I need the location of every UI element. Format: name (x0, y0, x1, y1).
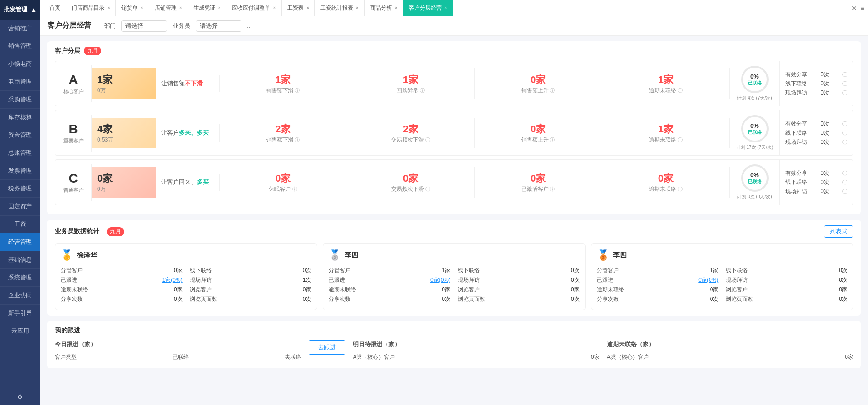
goto-follow-button[interactable]: 去跟进 (309, 340, 345, 355)
tab-close-应收应付调整单[interactable]: × (273, 5, 276, 11)
list-view-button[interactable]: 列表式 (824, 225, 853, 238)
tab-menu-icon[interactable]: ≡ (861, 5, 864, 12)
tier-stat-C-3: 0家逾期未联络 ⓘ (602, 167, 730, 198)
info-icon[interactable]: ⓘ (842, 139, 847, 146)
staff-stat-val[interactable]: 0家(0%) (430, 276, 450, 284)
sidebar-item-税务管理[interactable]: 税务管理 (0, 180, 40, 198)
info-icon[interactable]: ⓘ (842, 179, 847, 186)
sidebar-item-云应用[interactable]: 云应用 (0, 322, 40, 340)
staff-select[interactable]: 请选择 (196, 20, 241, 32)
tier-stat-label: 逾期未联络 ⓘ (649, 185, 683, 193)
dept-select[interactable]: 请选择 (121, 20, 167, 32)
tier-right-row: 线下联络0次 ⓘ (785, 80, 847, 88)
info-icon[interactable]: ⓘ (842, 89, 847, 96)
tab-门店商品目录[interactable]: 门店商品目录× (66, 0, 116, 16)
circle-progress: 0% 已联络 (741, 115, 769, 142)
tab-应收应付调整单[interactable]: 应收应付调整单× (226, 0, 282, 16)
circle-label: 已联络 (748, 129, 762, 136)
content-area: 客户分层 九月 A核心客户1家0万让销售额不下滑1家销售额下滑 ⓘ1家回购异常 … (40, 36, 868, 405)
info-icon[interactable]: ⓘ (425, 186, 430, 193)
info-icon[interactable]: ⓘ (678, 87, 683, 94)
tab-close-生成凭证[interactable]: × (218, 5, 221, 11)
tier-count-num: 1家 (97, 73, 150, 87)
info-icon[interactable]: ⓘ (842, 188, 847, 195)
info-icon[interactable]: ⓘ (842, 71, 847, 78)
tab-close-工资统计报表[interactable]: × (356, 5, 359, 11)
sidebar-item-发票管理[interactable]: 发票管理 (0, 162, 40, 180)
info-icon[interactable]: ⓘ (295, 137, 300, 143)
tier-count-num: 4家 (97, 122, 150, 136)
sidebar-toggle-icon[interactable]: ▲ (31, 6, 37, 13)
info-icon[interactable]: ⓘ (678, 137, 683, 143)
info-icon[interactable]: ⓘ (550, 137, 555, 143)
staff-grid: 🥇徐泽华分管客户0家已跟进1家(0%)逾期未联络0家分享次数0次线下联络0次现场… (55, 243, 853, 310)
staff-stat-val: 0次 (839, 295, 847, 303)
tab-close-icon[interactable]: ✕ (852, 5, 857, 12)
today-follow-col: 今日跟进（家） 客户类型 已联络 去联络 (55, 340, 301, 363)
circle-pct: 0% (750, 172, 759, 179)
sidebar-item-采购管理[interactable]: 采购管理 (0, 91, 40, 109)
sidebar-item-新手引导[interactable]: 新手引导 (0, 305, 40, 322)
sidebar-header[interactable]: 批发管理 ▲ (0, 0, 40, 20)
right-stat-val: 0次 (821, 80, 829, 88)
info-icon[interactable]: ⓘ (420, 87, 425, 94)
sidebar-item-工资[interactable]: 工资 (0, 216, 40, 233)
info-icon[interactable]: ⓘ (295, 87, 300, 94)
tab-首页[interactable]: 首页 (44, 0, 66, 16)
tab-close-门店商品目录[interactable]: × (107, 5, 110, 11)
sidebar-item-营销推广[interactable]: 营销推广 (0, 20, 40, 37)
sidebar-item-经营管理[interactable]: 经营管理 (0, 233, 40, 251)
circle-progress: 0% 已联络 (741, 66, 769, 93)
info-icon[interactable]: ⓘ (842, 170, 847, 177)
tab-close-客户分层经营[interactable]: × (444, 5, 447, 11)
tab-工资表[interactable]: 工资表× (282, 0, 315, 16)
tab-客户分层经营[interactable]: 客户分层经营× (403, 0, 453, 16)
sidebar-item-销售管理[interactable]: 销售管理 (0, 37, 40, 55)
tier-count-block-B: 4家0.53万 (92, 118, 156, 148)
tab-close-工资表[interactable]: × (306, 5, 309, 11)
info-icon[interactable]: ⓘ (842, 121, 847, 127)
sidebar-item-电商管理[interactable]: 电商管理 (0, 73, 40, 91)
sidebar-settings[interactable]: ⚙ (0, 389, 40, 405)
tier-right-row: 有效分享0次 ⓘ (785, 71, 847, 79)
info-icon[interactable]: ⓘ (550, 87, 555, 94)
tier-stat-num: 1家 (658, 73, 674, 87)
staff-card-2: 🥉李四分管客户1家已跟进0家(0%)逾期未联络0家分享次数0次线下联络0次现场拜… (591, 243, 853, 310)
tab-close-店铺管理[interactable]: × (179, 5, 182, 11)
staff-stat-val: 0次 (442, 295, 450, 303)
staff-stat-val[interactable]: 0家(0%) (698, 276, 718, 284)
tab-生成凭证[interactable]: 生成凭证× (188, 0, 227, 16)
staff-stat-row: 浏览页面数0次 (190, 295, 312, 304)
tab-close-销货单[interactable]: × (141, 5, 143, 11)
staff-stat-val: 0次 (571, 276, 580, 284)
sidebar-item-基础信息[interactable]: 基础信息 (0, 251, 40, 269)
tier-right-row: 有效分享0次 ⓘ (785, 120, 847, 128)
circle-pct: 0% (750, 73, 759, 80)
info-icon[interactable]: ⓘ (842, 130, 847, 137)
tab-销货单[interactable]: 销货单× (116, 0, 149, 16)
sidebar-item-固定资产[interactable]: 固定资产 (0, 198, 40, 216)
info-icon[interactable]: ⓘ (678, 186, 683, 193)
sidebar-item-系统管理[interactable]: 系统管理 (0, 269, 40, 287)
info-icon[interactable]: ⓘ (425, 137, 430, 143)
sidebar-item-小畅电商[interactable]: 小畅电商 (0, 55, 40, 73)
tab-店铺管理[interactable]: 店铺管理× (149, 0, 188, 16)
staff-stat-val: 0次 (303, 267, 312, 274)
staff-rank-icon: 🥈 (329, 249, 341, 261)
sidebar-item-库存核算[interactable]: 库存核算 (0, 109, 40, 126)
staff-stat-row: 浏览客户0家 (190, 285, 312, 295)
right-stat-label: 现场拜访 (785, 188, 807, 195)
sidebar-item-资金管理[interactable]: 资金管理 (0, 126, 40, 144)
tab-工资统计报表[interactable]: 工资统计报表× (315, 0, 365, 16)
info-icon[interactable]: ⓘ (842, 80, 847, 87)
info-icon[interactable]: ⓘ (292, 186, 297, 193)
staff-stat-row: 逾期未联络0家 (329, 285, 450, 295)
info-icon[interactable]: ⓘ (550, 186, 555, 193)
sidebar-item-企业协同[interactable]: 企业协同 (0, 287, 40, 305)
circle-label: 已联络 (748, 179, 762, 185)
tab-close-商品分析[interactable]: × (395, 5, 397, 11)
tab-商品分析[interactable]: 商品分析× (365, 0, 403, 16)
staff-stat-val[interactable]: 1家(0%) (162, 276, 183, 284)
sidebar-item-总账管理[interactable]: 总账管理 (0, 144, 40, 162)
filter-more[interactable]: ... (247, 22, 252, 29)
